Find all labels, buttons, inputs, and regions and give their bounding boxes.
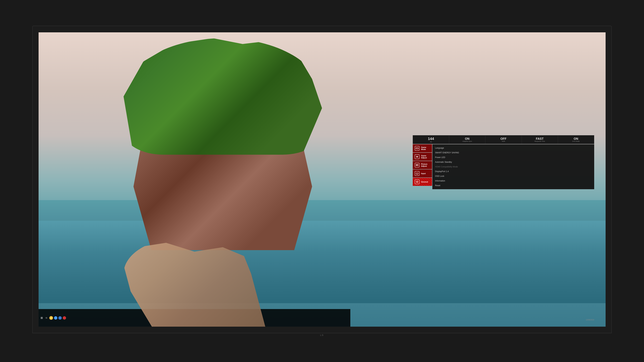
submenu-osd-lock[interactable]: OSD Lock: [432, 174, 594, 178]
status-hdr[interactable]: OFF HDR: [485, 135, 522, 144]
taskbar-file-explorer[interactable]: 📁: [49, 316, 53, 320]
submenu-power-led[interactable]: Power LED: [432, 155, 594, 160]
hz-label: Hz: [430, 141, 432, 143]
menu-panel: Game Mode: [413, 144, 594, 189]
svg-point-16: [416, 181, 418, 182]
hdr-value: OFF: [500, 137, 506, 141]
taskbar-task-view[interactable]: ⧉: [44, 316, 48, 320]
game-adjust-label: Game Adjust: [421, 155, 430, 159]
svg-point-3: [418, 148, 418, 148]
game-mode-icon: [415, 146, 420, 151]
taskbar-start-button[interactable]: ⊞: [40, 316, 44, 320]
menu-item-picture-adjust[interactable]: Picture Adjust: [413, 161, 432, 169]
general-label: General: [421, 181, 428, 183]
game-mode-label: Game Mode: [421, 146, 430, 150]
submenu-smart-energy-saving[interactable]: SMART ENERGY SAVING: [432, 150, 594, 155]
picture-adjust-label: Picture Adjust: [421, 163, 430, 167]
menu-item-game-adjust[interactable]: Game Adjust: [413, 153, 432, 161]
general-icon: [415, 179, 420, 184]
menu-left: Game Mode: [413, 144, 432, 189]
taskbar-chrome[interactable]: [54, 316, 57, 320]
status-adaptive-sync[interactable]: ON Adaptive-Sync: [449, 135, 485, 144]
status-bar: 144 Hz ON Adaptive-Sync OFF HDR FAST Res…: [413, 135, 594, 144]
adaptive-sync-value: ON: [465, 137, 470, 141]
adaptive-sync-label: Adaptive-Sync: [462, 140, 472, 142]
date-display: 12/09/2019: [586, 319, 594, 321]
menu-item-input[interactable]: Input: [413, 169, 432, 177]
submenu-language[interactable]: Language: [432, 146, 594, 150]
svg-point-4: [418, 148, 418, 149]
taskbar-app2[interactable]: [63, 316, 66, 320]
input-icon: [415, 171, 420, 176]
das-mode-label: DAS Mode: [572, 140, 580, 142]
island-vegetation: [124, 38, 322, 155]
island: [124, 38, 322, 250]
submenu-hdmi-compatibility-mode[interactable]: HDMI Compatibility Mode: [432, 164, 594, 169]
picture-adjust-icon: [415, 163, 420, 167]
submenu-reset[interactable]: Reset: [432, 183, 594, 188]
taskbar-app1[interactable]: [58, 316, 62, 320]
bottom-right-info: 12/09/2019: [586, 319, 594, 321]
status-response-time[interactable]: FAST Response Time: [522, 135, 558, 144]
svg-point-8: [416, 156, 417, 157]
hz-value: 144: [428, 137, 434, 141]
brand-name: LG: [320, 334, 324, 336]
response-time-label: Response Time: [534, 140, 545, 142]
monitor-brand-label: LG: [320, 334, 324, 336]
svg-point-10: [416, 157, 417, 158]
game-adjust-icon: [415, 154, 420, 159]
hdr-label: HDR: [502, 140, 505, 142]
submenu-general: Language SMART ENERGY SAVING Power LED A…: [432, 144, 594, 189]
osd-menu: 144 Hz ON Adaptive-Sync OFF HDR FAST Res…: [413, 135, 594, 189]
submenu-information[interactable]: Information: [432, 178, 594, 183]
response-time-value: FAST: [536, 137, 544, 141]
screen: ⊞ ⧉ 📁 144 Hz ON Ada: [38, 32, 606, 327]
menu-item-general[interactable]: General: [413, 178, 432, 186]
status-das-mode[interactable]: ON DAS Mode: [558, 135, 594, 144]
svg-rect-13: [416, 173, 418, 174]
submenu-automatic-standby[interactable]: Automatic Standby: [432, 160, 594, 164]
submenu-displayport-14[interactable]: DisplayPort 1.4: [432, 169, 594, 174]
menu-item-game-mode[interactable]: Game Mode: [413, 144, 432, 152]
das-mode-value: ON: [574, 137, 578, 141]
status-hz[interactable]: 144 Hz: [413, 135, 449, 144]
screen-wrapper: ⊞ ⧉ 📁 144 Hz ON Ada: [0, 0, 644, 362]
input-label: Input: [421, 172, 426, 174]
monitor-bezel: ⊞ ⧉ 📁 144 Hz ON Ada: [32, 26, 612, 333]
